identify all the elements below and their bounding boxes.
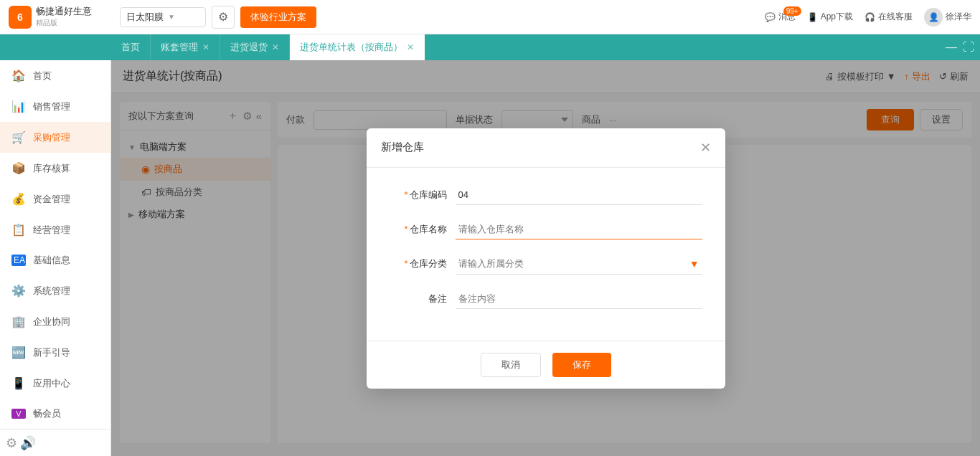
sidebar-item-guide[interactable]: 🆕 新手引导 — [0, 337, 110, 368]
tab-home-label: 首页 — [121, 41, 140, 54]
sidebar-basic-info-label: 基础信息 — [33, 254, 70, 267]
logo-sub: 精品版 — [36, 18, 92, 28]
name-input[interactable] — [456, 219, 702, 239]
operations-icon: 📋 — [11, 223, 26, 237]
store-arrow-icon: ▼ — [168, 13, 175, 21]
note-input[interactable] — [456, 289, 702, 309]
modal-overlay[interactable]: 新增仓库 ✕ 仓库编码 仓库名称 仓库分类 — [111, 60, 980, 456]
dialog-body: 仓库编码 仓库名称 仓库分类 ▼ — [367, 168, 725, 341]
tab-minimize-icon[interactable]: — — [946, 41, 957, 54]
cancel-button[interactable]: 取消 — [481, 353, 541, 377]
app-icon: 📱 — [807, 12, 818, 22]
dialog-title: 新增仓库 — [381, 141, 424, 154]
tab-returns-close[interactable]: ✕ — [272, 42, 279, 52]
sidebar-purchase-label: 采购管理 — [33, 131, 70, 144]
content-area: 进货单统计(按商品) 🖨 按模板打印 ▼ ↑ 导出 ↺ 刷新 — [111, 60, 980, 456]
sidebar-apps-label: 应用中心 — [33, 377, 70, 390]
name-label: 仓库名称 — [390, 223, 447, 236]
tab-purchase-stats[interactable]: 进货单统计表（按商品） ✕ — [290, 34, 425, 60]
tab-accounts-label: 账套管理 — [161, 41, 198, 54]
sidebar: 🏠 首页 📊 销售管理 🛒 采购管理 📦 库存核算 💰 资金管理 📋 经营管理 … — [0, 60, 111, 456]
form-row-code: 仓库编码 — [390, 185, 702, 205]
inventory-icon: 📦 — [11, 161, 26, 175]
tab-returns-label: 进货退货 — [230, 41, 268, 54]
top-bar: 6 畅捷通好生意 精品版 日太阳膜 ▼ ⚙ 体验行业方案 💬 消息 99+ 📱 … — [0, 0, 980, 34]
category-select[interactable]: ▼ — [456, 254, 702, 275]
avatar: 👤 — [924, 8, 943, 27]
volume-icon[interactable]: 🔊 — [20, 435, 36, 451]
service-label: 在线客服 — [878, 11, 913, 23]
enterprise-icon: 🏢 — [11, 315, 26, 328]
dialog-header: 新增仓库 ✕ — [367, 128, 725, 168]
form-row-note: 备注 — [390, 289, 702, 309]
apps-icon: 📱 — [11, 376, 26, 390]
top-center: 日太阳膜 ▼ ⚙ 体验行业方案 — [120, 6, 765, 29]
service-icon: 🎧 — [864, 12, 875, 22]
finance-icon: 💰 — [11, 192, 26, 206]
tab-accounts[interactable]: 账套管理 ✕ — [151, 34, 220, 60]
tab-expand-icon[interactable]: ⛶ — [963, 41, 974, 54]
tab-purchase-stats-label: 进货单统计表（按商品） — [300, 41, 402, 54]
sidebar-sales-label: 销售管理 — [33, 100, 70, 113]
tab-bar: 首页 账套管理 ✕ 进货退货 ✕ 进货单统计表（按商品） ✕ — ⛶ — [0, 34, 980, 60]
dialog-footer: 取消 保存 — [367, 341, 725, 389]
note-label: 备注 — [390, 293, 447, 305]
app-download-label: App下载 — [821, 11, 853, 23]
sidebar-item-inventory[interactable]: 📦 库存核算 — [0, 153, 110, 184]
sidebar-item-purchase[interactable]: 🛒 采购管理 — [0, 122, 110, 153]
app-download-item[interactable]: 📱 App下载 — [807, 11, 853, 23]
category-input[interactable] — [458, 258, 689, 269]
sidebar-home-label: 首页 — [33, 70, 52, 82]
sidebar-item-home[interactable]: 🏠 首页 — [0, 60, 110, 91]
sidebar-inventory-label: 库存核算 — [33, 162, 70, 175]
sidebar-item-operations[interactable]: 📋 经营管理 — [0, 214, 110, 245]
dialog-close-button[interactable]: ✕ — [700, 140, 711, 156]
user-item[interactable]: 👤 徐泽华 — [924, 8, 971, 27]
main-layout: 🏠 首页 📊 销售管理 🛒 采购管理 📦 库存核算 💰 资金管理 📋 经营管理 … — [0, 60, 980, 456]
sidebar-item-basic-info[interactable]: EA 基础信息 — [0, 245, 110, 275]
sidebar-item-apps[interactable]: 📱 应用中心 — [0, 368, 110, 399]
top-right: 💬 消息 99+ 📱 App下载 🎧 在线客服 👤 徐泽华 — [765, 8, 971, 27]
sidebar-item-system[interactable]: ⚙️ 系统管理 — [0, 275, 110, 306]
sidebar-item-sales[interactable]: 📊 销售管理 — [0, 91, 110, 122]
tab-home[interactable]: 首页 — [111, 34, 151, 60]
new-warehouse-dialog: 新增仓库 ✕ 仓库编码 仓库名称 仓库分类 — [367, 128, 725, 389]
category-arrow-icon: ▼ — [689, 258, 699, 270]
home-icon: 🏠 — [11, 69, 26, 82]
sidebar-system-label: 系统管理 — [33, 285, 70, 298]
category-label: 仓库分类 — [390, 257, 447, 270]
trial-button[interactable]: 体验行业方案 — [240, 6, 316, 28]
sidebar-item-finance[interactable]: 💰 资金管理 — [0, 184, 110, 214]
settings-icon[interactable]: ⚙ — [212, 6, 235, 29]
code-label: 仓库编码 — [390, 189, 447, 201]
logo-text: 畅捷通好生意 — [36, 6, 92, 18]
sidebar-enterprise-label: 企业协同 — [33, 315, 70, 328]
message-icon: 💬 — [765, 12, 776, 22]
settings-bottom-icon[interactable]: ⚙ — [6, 435, 17, 451]
sidebar-bottom: ⚙ 🔊 — [0, 429, 110, 456]
tab-purchase-stats-close[interactable]: ✕ — [407, 42, 414, 52]
online-service-item[interactable]: 🎧 在线客服 — [864, 11, 913, 23]
store-name: 日太阳膜 — [126, 11, 164, 24]
messages-item[interactable]: 💬 消息 99+ — [765, 11, 796, 23]
form-row-category: 仓库分类 ▼ — [390, 254, 702, 275]
guide-icon: 🆕 — [11, 346, 26, 359]
tab-accounts-close[interactable]: ✕ — [202, 42, 209, 52]
tab-actions: — ⛶ — [946, 41, 980, 54]
logo-area: 6 畅捷通好生意 精品版 — [9, 6, 120, 29]
sidebar-vip-label: 畅会员 — [33, 407, 61, 420]
code-input[interactable] — [456, 185, 702, 205]
sidebar-item-vip[interactable]: V 畅会员 — [0, 399, 110, 429]
sidebar-item-enterprise[interactable]: 🏢 企业协同 — [0, 306, 110, 337]
form-row-name: 仓库名称 — [390, 219, 702, 239]
purchase-icon: 🛒 — [11, 130, 26, 144]
store-selector[interactable]: 日太阳膜 ▼ — [120, 7, 206, 27]
vip-icon: V — [11, 409, 26, 419]
sales-icon: 📊 — [11, 100, 26, 113]
sidebar-operations-label: 经营管理 — [33, 224, 70, 237]
tab-returns[interactable]: 进货退货 ✕ — [220, 34, 290, 60]
basic-info-icon: EA — [11, 255, 26, 266]
sidebar-finance-label: 资金管理 — [33, 193, 70, 206]
message-badge: 99+ — [783, 6, 801, 16]
save-button[interactable]: 保存 — [552, 353, 611, 377]
